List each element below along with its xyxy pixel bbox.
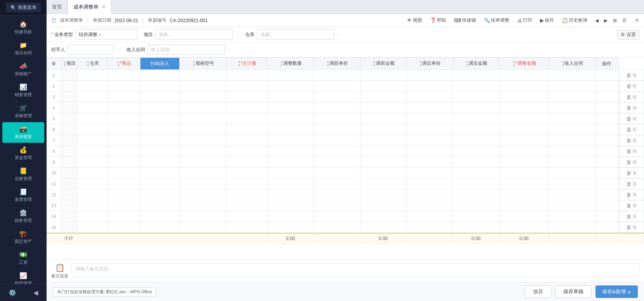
copy-row-icon[interactable]: ⎘ (633, 159, 636, 165)
cell-unit[interactable] (267, 211, 314, 222)
cell-before_unit_price[interactable] (360, 70, 407, 81)
toolbar-action-print[interactable]: 🖨打印 (516, 16, 534, 24)
cell-income_contract[interactable] (595, 168, 618, 178)
cell-after_unit_price[interactable] (453, 178, 499, 189)
delete-row-icon[interactable]: 🗑 (626, 72, 632, 78)
cell-before_unit_price[interactable] (360, 135, 407, 146)
business-type-input[interactable]: 结存调整 ▾ (75, 29, 137, 40)
income-contract-input[interactable]: 收入合同 (147, 45, 225, 55)
cell-spec[interactable] (226, 168, 267, 178)
cell-scan[interactable] (180, 178, 226, 189)
cell-after_amount[interactable] (499, 178, 549, 189)
cell-warehouse[interactable] (107, 92, 140, 102)
cell-project[interactable] (77, 157, 107, 168)
cell-adj_amount[interactable] (549, 135, 596, 146)
cell-warehouse[interactable] (107, 157, 140, 168)
cell-after_unit_price[interactable] (453, 146, 499, 157)
sidebar-item-operations-mgmt[interactable]: 📈经营管理 (2, 269, 44, 284)
cell-warehouse[interactable] (107, 124, 140, 135)
cell-after_amount[interactable] (499, 168, 549, 178)
cell-after_amount[interactable] (499, 222, 549, 233)
copy-row-icon[interactable]: ⎘ (633, 224, 636, 230)
cell-after_amount[interactable] (499, 157, 549, 168)
copy-row-icon[interactable]: ⎘ (633, 126, 636, 133)
cell-before_amount[interactable] (407, 92, 453, 102)
handler-more-icon[interactable]: ··· (116, 47, 120, 52)
cell-project[interactable] (77, 92, 107, 102)
copy-row-icon[interactable]: ⎘ (633, 94, 636, 100)
cell-before_amount[interactable] (407, 70, 453, 81)
cell-warehouse[interactable] (107, 70, 140, 81)
cell-after_amount[interactable] (499, 146, 549, 157)
cell-product[interactable] (140, 222, 180, 233)
cell-scan[interactable] (180, 211, 226, 222)
cell-before_amount[interactable] (407, 124, 453, 135)
copy-row-icon[interactable]: ⎘ (633, 170, 636, 176)
cell-before_unit_price[interactable] (360, 189, 407, 200)
settings-button[interactable]: ⚙ 设置 (617, 30, 639, 40)
cell-adj_amount[interactable] (549, 124, 596, 135)
cell-adj_amount[interactable] (549, 146, 596, 157)
close-window-icon[interactable]: ✕ (634, 17, 639, 24)
delete-row-icon[interactable]: 🗑 (626, 83, 632, 89)
cell-spec[interactable] (226, 189, 267, 200)
cell-warehouse[interactable] (107, 113, 140, 124)
cell-adj_qty[interactable] (314, 102, 360, 113)
cell-income_contract[interactable] (595, 81, 618, 92)
tab-home[interactable]: 首页 (47, 0, 68, 14)
cell-before_amount[interactable] (407, 146, 453, 157)
copy-row-icon[interactable]: ⎘ (633, 181, 636, 187)
cell-warehouse[interactable] (107, 211, 140, 222)
copy-row-icon[interactable]: ⎘ (633, 192, 636, 198)
cell-before_amount[interactable] (407, 102, 453, 113)
cell-adj_amount[interactable] (549, 81, 596, 92)
cell-spec[interactable] (226, 102, 267, 113)
cell-unit[interactable] (267, 178, 314, 189)
cell-before_unit_price[interactable] (360, 222, 407, 233)
cell-product[interactable] (140, 81, 180, 92)
cell-income_contract[interactable] (595, 157, 618, 168)
save-new-button[interactable]: 保存&新增 ∨ (596, 285, 638, 298)
cell-scan[interactable] (180, 168, 226, 178)
cell-before_unit_price[interactable] (360, 211, 407, 222)
cell-before_amount[interactable] (407, 189, 453, 200)
cell-after_unit_price[interactable] (453, 168, 499, 178)
cell-product[interactable] (140, 124, 180, 135)
delete-row-icon[interactable]: 🗑 (626, 94, 632, 100)
cell-adj_amount[interactable] (549, 157, 596, 168)
cell-after_amount[interactable] (499, 102, 549, 113)
sidebar-item-payroll[interactable]: 💵工资 (2, 248, 44, 268)
delete-row-icon[interactable]: 🗑 (626, 181, 632, 187)
cell-after_amount[interactable] (499, 92, 549, 102)
save-draft-button[interactable]: 保存草稿 (555, 285, 592, 298)
cell-product[interactable] (140, 70, 180, 81)
collapse-sidebar-icon[interactable]: ◀ (30, 287, 41, 298)
delete-row-icon[interactable]: 🗑 (626, 170, 632, 176)
cell-before_amount[interactable] (407, 200, 453, 211)
cell-unit[interactable] (267, 168, 314, 178)
cell-before_amount[interactable] (407, 113, 453, 124)
cell-product[interactable] (140, 200, 180, 211)
cell-adj_qty[interactable] (314, 222, 360, 233)
cell-after_unit_price[interactable] (453, 92, 499, 102)
copy-row-icon[interactable]: ⎘ (633, 116, 636, 122)
cell-scan[interactable] (180, 135, 226, 146)
toolbar-action-review-adjust[interactable]: 🔍按单调整 (482, 16, 511, 24)
cell-income_contract[interactable] (595, 102, 618, 113)
copy-row-icon[interactable]: ⎘ (633, 105, 636, 111)
sidebar-item-fixed-assets[interactable]: 🏗️固定资产 (2, 227, 44, 247)
cell-before_unit_price[interactable] (360, 200, 407, 211)
copy-row-icon[interactable]: ⎘ (633, 137, 636, 144)
warehouse-input[interactable]: 选择... (257, 29, 334, 40)
cell-unit[interactable] (267, 222, 314, 233)
cell-after_amount[interactable] (499, 135, 549, 146)
delete-row-icon[interactable]: 🗑 (626, 126, 632, 133)
cell-project[interactable] (77, 189, 107, 200)
cell-adj_qty[interactable] (314, 178, 360, 189)
cell-warehouse[interactable] (107, 222, 140, 233)
copy-row-icon[interactable]: ⎘ (633, 148, 636, 154)
cell-spec[interactable] (226, 211, 267, 222)
cell-before_unit_price[interactable] (360, 157, 407, 168)
cell-unit[interactable] (267, 157, 314, 168)
cell-product[interactable] (140, 113, 180, 124)
